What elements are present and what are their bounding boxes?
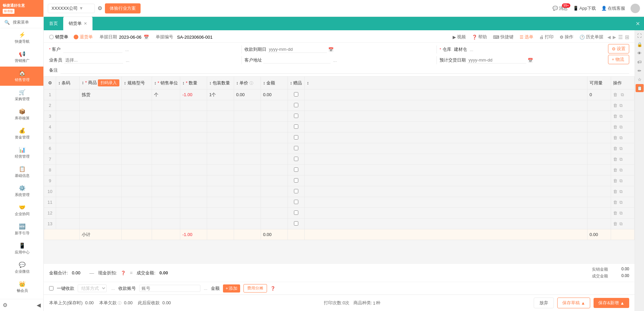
cell-gift[interactable] — [288, 208, 305, 219]
scan-barcode-button[interactable]: 扫码录入 — [98, 79, 119, 86]
cell-unit[interactable] — [152, 111, 180, 122]
settings-button[interactable]: ⚙ 设置 — [608, 44, 629, 53]
cell-price[interactable] — [234, 154, 261, 165]
delete-row-icon[interactable]: 🗑 — [613, 189, 617, 194]
cell-pkg-qty[interactable] — [207, 122, 234, 132]
cell-barcode[interactable] — [56, 100, 80, 111]
cell-qty[interactable] — [180, 100, 207, 111]
cell-amount[interactable] — [261, 154, 288, 165]
cell-qty[interactable] — [180, 197, 207, 208]
salesperson-dots-icon[interactable]: ... — [126, 58, 129, 63]
shortcut-btn[interactable]: ⌨ 快捷键 — [491, 33, 516, 41]
cell-unit[interactable] — [152, 143, 180, 154]
gift-checkbox[interactable] — [294, 103, 298, 107]
sidebar-item-system[interactable]: ⚙️ 系统管理 — [0, 182, 43, 201]
cell-product[interactable] — [80, 143, 122, 154]
sidebar-item-enterprise[interactable]: 🤝 企业协同 — [0, 201, 43, 220]
delete-row-icon[interactable]: 🗑 — [613, 103, 617, 108]
col-pkg-sort[interactable]: ↕ — [209, 80, 212, 85]
cell-memo[interactable] — [305, 154, 588, 165]
cell-price[interactable] — [234, 219, 261, 229]
cell-pkg-qty[interactable] — [207, 165, 234, 176]
cell-amount[interactable] — [261, 197, 288, 208]
cell-amount[interactable]: 0.00 — [261, 89, 288, 100]
cell-memo[interactable] — [305, 143, 588, 154]
col-spec-sort[interactable]: ↕ — [124, 80, 126, 85]
cell-product[interactable] — [80, 111, 122, 122]
cell-price[interactable] — [234, 122, 261, 132]
tab-close-icon[interactable]: ✕ — [84, 21, 87, 26]
delete-row-icon[interactable]: 🗑 — [613, 221, 617, 226]
cell-spec[interactable] — [122, 100, 152, 111]
cell-amount[interactable] — [261, 111, 288, 122]
gift-checkbox[interactable] — [294, 167, 298, 172]
cell-amount[interactable] — [261, 143, 288, 154]
company-selector[interactable]: XXXXXX公司 ▼ — [48, 4, 95, 13]
tool-expand[interactable]: ⛶ — [636, 32, 644, 40]
user-avatar[interactable] — [631, 4, 640, 13]
calendar-expected-icon[interactable]: 📅 — [528, 58, 533, 63]
cell-amount[interactable] — [261, 122, 288, 132]
payment-method-select[interactable]: 结算方式 — [78, 284, 107, 292]
sidebar-item-marketing[interactable]: 📢 营销推广 — [0, 47, 43, 67]
cell-pkg-qty[interactable] — [207, 143, 234, 154]
customer-addr-input[interactable] — [263, 57, 331, 64]
col-unit-sort[interactable]: ↕ — [154, 80, 156, 85]
cell-barcode[interactable] — [56, 165, 80, 176]
due-date-input[interactable] — [268, 46, 327, 53]
cell-qty[interactable] — [180, 186, 207, 197]
cell-unit[interactable] — [152, 132, 180, 143]
cell-barcode[interactable] — [56, 122, 80, 132]
cell-price[interactable] — [234, 132, 261, 143]
col-qty-sort[interactable]: ↕ — [182, 80, 185, 85]
radio-return[interactable]: 退货单 — [74, 34, 93, 40]
cell-product[interactable] — [80, 197, 122, 208]
customer-input[interactable] — [63, 46, 122, 53]
video-btn[interactable]: ▶ 视频 — [451, 33, 468, 41]
view-list-icon[interactable]: ☰ — [618, 34, 623, 40]
cell-barcode[interactable] — [56, 186, 80, 197]
copy-row-icon[interactable]: ⧉ — [619, 103, 622, 108]
copy-row-icon[interactable]: ⧉ — [619, 124, 622, 129]
copy-row-icon[interactable]: ⧉ — [621, 92, 624, 97]
cell-spec[interactable] — [122, 154, 152, 165]
cell-barcode[interactable] — [56, 143, 80, 154]
cell-price[interactable] — [234, 143, 261, 154]
sidebar-item-operations[interactable]: 📊 经营管理 — [0, 143, 43, 162]
cell-qty[interactable] — [180, 219, 207, 229]
cell-memo[interactable] — [305, 122, 588, 132]
col-gift-sort[interactable]: ↕ — [290, 80, 292, 85]
gift-checkbox[interactable] — [294, 178, 298, 183]
cell-barcode[interactable] — [56, 197, 80, 208]
col-price-sort[interactable]: ↕ — [236, 80, 238, 85]
save-new-button[interactable]: 保存&新增 ▲ — [594, 298, 629, 308]
cell-unit[interactable] — [152, 154, 180, 165]
cell-product[interactable] — [80, 219, 122, 229]
cell-amount[interactable] — [261, 219, 288, 229]
calendar-icon[interactable]: 📅 — [144, 35, 149, 40]
cell-memo[interactable] — [305, 165, 588, 176]
cell-product[interactable] — [80, 186, 122, 197]
col-product-sort[interactable]: ↕ — [82, 80, 84, 85]
cell-unit[interactable] — [152, 176, 180, 186]
print-btn[interactable]: 🖨 打印 — [537, 33, 556, 41]
cell-product[interactable] — [80, 100, 122, 111]
notes-input[interactable] — [61, 67, 629, 74]
online-service-button[interactable]: 👤 在线客服 — [601, 5, 625, 11]
cell-product[interactable] — [80, 176, 122, 186]
delete-row-icon[interactable]: 🗑 — [613, 146, 617, 151]
sidebar-item-member[interactable]: 👑 畅会员 — [0, 277, 43, 297]
tool-edit[interactable]: ✏ — [636, 67, 644, 75]
cell-price[interactable] — [234, 176, 261, 186]
cell-barcode[interactable] — [56, 111, 80, 122]
sidebar-item-purchase[interactable]: 🛒 采购管理 — [0, 86, 43, 105]
gift-checkbox[interactable] — [294, 146, 298, 150]
header-gear-icon[interactable]: ⚙ — [98, 5, 102, 11]
select-order-btn[interactable]: ☰ 选单 — [518, 33, 535, 41]
gift-checkbox[interactable] — [294, 114, 298, 118]
cell-pkg-qty[interactable] — [207, 111, 234, 122]
cell-price[interactable] — [234, 197, 261, 208]
col-amount-sort[interactable]: ↕ — [263, 80, 265, 85]
cell-qty[interactable] — [180, 143, 207, 154]
cell-memo[interactable] — [305, 186, 588, 197]
